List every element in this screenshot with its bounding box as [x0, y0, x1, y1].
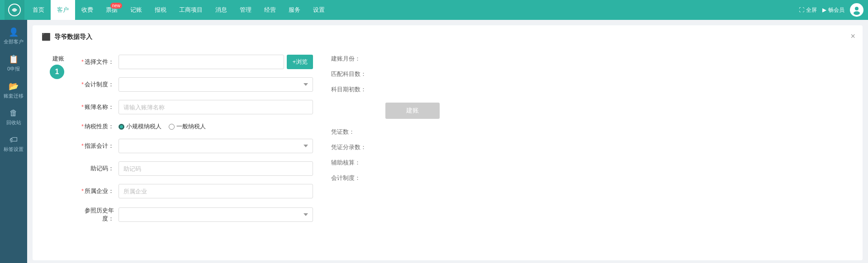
- nav-manage[interactable]: 管理: [233, 0, 258, 20]
- ledger-name-input[interactable]: [119, 100, 313, 114]
- radio-general[interactable]: 一般纳税人: [169, 122, 206, 131]
- row-select-file: 选择文件： +浏览: [78, 55, 313, 69]
- row-assign-accountant: 指派会计：: [78, 139, 313, 153]
- nav-messages[interactable]: 消息: [209, 0, 233, 20]
- migration-icon: 📂: [9, 81, 19, 91]
- people-icon: 👤: [9, 27, 19, 37]
- row-accounting-system: 会计制度：: [78, 77, 313, 92]
- browse-button[interactable]: +浏览: [287, 55, 313, 69]
- ledger-name-label: 账簿名称：: [78, 103, 119, 111]
- assign-accountant-select[interactable]: [119, 139, 313, 153]
- build-month-row: 建账月份：: [331, 55, 494, 63]
- new-badge: new: [110, 3, 122, 9]
- sidebar-item-all-customers[interactable]: 👤 全部客户: [0, 23, 27, 49]
- page-title: 导爷数据导入: [54, 33, 92, 41]
- row-affiliated-company: 所属企业：: [78, 184, 313, 198]
- form-right: 建账月份： 匹配科目数： 科目期初数： 建账 凭证数： 凭证分录数： 辅助核算：: [313, 55, 494, 231]
- nav-operation[interactable]: 经营: [258, 0, 282, 20]
- tax-type-label: 纳税性质：: [78, 122, 119, 131]
- memo-input[interactable]: [119, 161, 313, 176]
- nav-tax[interactable]: 报税: [148, 0, 173, 20]
- build-account-button[interactable]: 建账: [385, 103, 440, 119]
- row-memo: 助记码：: [78, 161, 313, 176]
- accounting-system-label: 会计制度：: [78, 80, 119, 89]
- memo-label: 助记码：: [78, 164, 119, 173]
- nav-home[interactable]: 首页: [26, 0, 51, 20]
- select-file-wrap: +浏览: [119, 55, 313, 69]
- nav-customer[interactable]: 客户: [51, 0, 75, 20]
- avatar[interactable]: [850, 3, 863, 17]
- form-body: 建账 1 选择文件： +浏览 会计制度：: [42, 50, 854, 235]
- fullscreen-btn[interactable]: ⛶ 全屏: [799, 6, 817, 14]
- accounting-system-select[interactable]: [119, 77, 313, 92]
- import-icon: ⬛: [42, 33, 51, 41]
- reference-year-select[interactable]: [119, 207, 313, 222]
- sidebar-item-recycle[interactable]: 🗑 回收站: [0, 105, 27, 130]
- match-subjects-row: 匹配科目数：: [331, 70, 494, 78]
- radio-small-scale[interactable]: 小规模纳税人: [119, 122, 161, 131]
- card-header: ⬛ 导爷数据导入: [42, 33, 854, 41]
- svg-point-2: [854, 11, 860, 15]
- trash-icon: 🗑: [9, 108, 18, 118]
- top-nav: 首页 客户 收费 票据 new 记账 报税 工商项目 消息 管理 经营 服务 设…: [0, 0, 868, 20]
- declaration-icon: 📋: [9, 54, 19, 64]
- nav-invoice[interactable]: 票据 new: [100, 0, 124, 20]
- sidebar-item-migration[interactable]: 📂 账套迁移: [0, 78, 27, 103]
- radio-small-scale-input[interactable]: [119, 124, 124, 130]
- nav-bookkeeping[interactable]: 记账: [124, 0, 148, 20]
- sidebar-item-tags[interactable]: 🏷 标签设置: [0, 132, 27, 156]
- vouchers-row: 凭证数：: [331, 128, 494, 136]
- tax-radio-group: 小规模纳税人 一般纳税人: [119, 122, 313, 131]
- auxiliary-accounting-row: 辅助核算：: [331, 159, 494, 167]
- app-logo[interactable]: [5, 0, 24, 20]
- sidebar-item-declaration[interactable]: 📋 0申报: [0, 51, 27, 76]
- nav-fee[interactable]: 收费: [75, 0, 100, 20]
- step-circle: 1: [50, 65, 64, 79]
- main-content: ⬛ 导爷数据导入 × 建账 1 选择文件： +浏览: [27, 20, 868, 263]
- nav-business[interactable]: 工商项目: [173, 0, 209, 20]
- select-file-input[interactable]: [119, 55, 284, 69]
- import-card: ⬛ 导爷数据导入 × 建账 1 选择文件： +浏览: [33, 25, 863, 260]
- right-accounting-system-row: 会计制度：: [331, 174, 494, 182]
- member-btn[interactable]: ▶ 畅会员: [822, 6, 844, 14]
- select-file-label: 选择文件：: [78, 58, 119, 66]
- svg-point-1: [855, 7, 859, 10]
- reference-year-label: 参照历史年度：: [78, 207, 119, 223]
- nav-menu: 首页 客户 收费 票据 new 记账 报税 工商项目 消息 管理 经营 服务 设…: [26, 0, 799, 20]
- nav-right: ⛶ 全屏 ▶ 畅会员: [799, 3, 863, 17]
- initial-subjects-row: 科目期初数：: [331, 85, 494, 94]
- row-tax-type: 纳税性质： 小规模纳税人 一般纳税人: [78, 122, 313, 131]
- affiliated-company-input[interactable]: [119, 184, 313, 198]
- row-reference-year: 参照历史年度：: [78, 207, 313, 223]
- form-left: 选择文件： +浏览 会计制度： 账簿名称：: [78, 55, 313, 231]
- tag-icon: 🏷: [9, 135, 18, 145]
- radio-general-input[interactable]: [169, 124, 175, 130]
- step-indicator: 建账 1: [42, 55, 78, 231]
- sidebar: 👤 全部客户 📋 0申报 📂 账套迁移 🗑 回收站 🏷 标签设置: [0, 20, 27, 263]
- step-label: 建账: [52, 55, 64, 63]
- voucher-entries-row: 凭证分录数：: [331, 143, 494, 151]
- close-button[interactable]: ×: [850, 32, 855, 41]
- row-ledger-name: 账簿名称：: [78, 100, 313, 114]
- nav-service[interactable]: 服务: [282, 0, 307, 20]
- nav-settings[interactable]: 设置: [307, 0, 331, 20]
- assign-accountant-label: 指派会计：: [78, 142, 119, 150]
- affiliated-company-label: 所属企业：: [78, 187, 119, 195]
